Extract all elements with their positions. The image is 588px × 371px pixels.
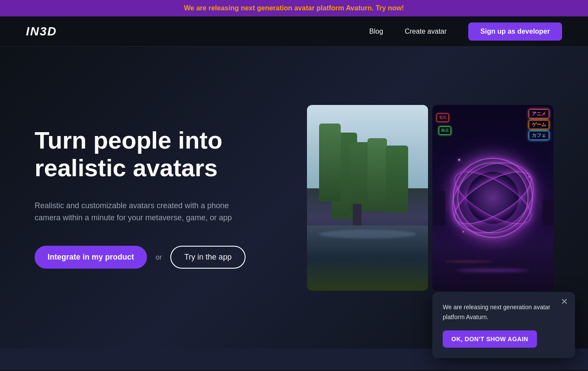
- signup-developer-button[interactable]: Sign up as developer: [468, 22, 562, 41]
- energy-ball-avatar: [445, 150, 540, 245]
- hero-content: Turn people into realistic avatars Reali…: [35, 127, 277, 269]
- or-separator: or: [156, 254, 162, 261]
- neon-signs-decoration: アニメ ゲーム カフェ: [529, 109, 549, 140]
- banner-link[interactable]: We are releasing next generation avatar …: [184, 4, 404, 12]
- hero-image-left: [307, 105, 428, 291]
- nav-create-avatar[interactable]: Create avatar: [405, 28, 447, 35]
- popup-close-button[interactable]: ✕: [561, 297, 568, 306]
- hero-subtitle: Realistic and customizable avatars creat…: [35, 200, 251, 225]
- hero-image-right: アニメ ゲーム カフェ 電気 商店: [432, 105, 553, 291]
- nav-links: Blog Create avatar Sign up as developer: [369, 22, 562, 41]
- hero-title: Turn people into realistic avatars: [35, 127, 277, 182]
- announcement-banner[interactable]: We are releasing next generation avatar …: [0, 0, 588, 16]
- nav-blog[interactable]: Blog: [369, 28, 383, 35]
- integrate-product-button[interactable]: Integrate in my product: [35, 246, 147, 269]
- popup-ok-button[interactable]: OK, DON'T SHOW AGAIN: [443, 330, 537, 348]
- logo: IN3D: [26, 25, 57, 38]
- hero-buttons: Integrate in my product or Try in the ap…: [35, 246, 277, 269]
- try-app-button[interactable]: Try in the app: [170, 246, 245, 269]
- hero-images: アニメ ゲーム カフェ 電気 商店: [307, 105, 553, 291]
- navbar: IN3D Blog Create avatar Sign up as devel…: [0, 16, 588, 47]
- notification-popup: ✕ We are releasing next generation avata…: [432, 292, 575, 358]
- popup-text: We are releasing next generation avatar …: [443, 302, 565, 322]
